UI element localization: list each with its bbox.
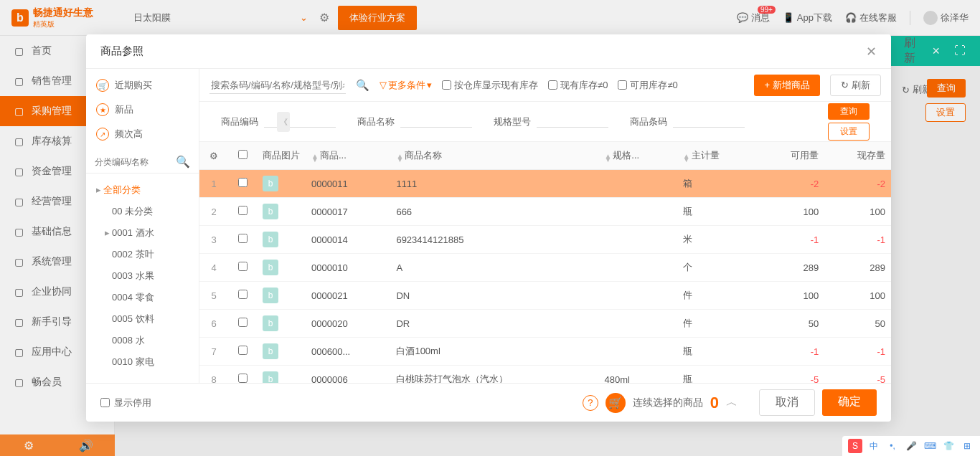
checkbox-input[interactable] <box>442 80 451 90</box>
avail-column-header[interactable]: 可用量 <box>758 142 824 170</box>
ime-skin-icon[interactable]: 👕 <box>941 439 956 453</box>
confirm-button[interactable]: 确定 <box>822 389 877 416</box>
stock-nonzero-checkbox[interactable]: 现有库存≠0 <box>548 79 608 92</box>
help-icon[interactable]: ? <box>583 395 598 411</box>
search-icon[interactable]: 🔍 <box>176 155 190 168</box>
table-row[interactable]: 2b0000017666瓶100100 <box>199 198 891 226</box>
select-all-checkbox[interactable] <box>238 150 248 159</box>
filter-name-input[interactable] <box>400 116 472 128</box>
tree-item[interactable]: 00 未分类 <box>86 201 199 222</box>
row-index: 6 <box>199 310 228 338</box>
row-checkbox-cell <box>228 366 257 384</box>
by-warehouse-checkbox[interactable]: 按仓库显示现有库存 <box>442 79 538 92</box>
checkbox-input[interactable] <box>548 80 557 90</box>
setting-button[interactable]: 设置 <box>828 123 870 141</box>
filter-barcode-label: 商品条码 <box>630 115 667 128</box>
product-image-icon: b <box>263 260 278 275</box>
ime-mic-icon[interactable]: 🎤 <box>904 439 918 453</box>
code-column-header[interactable]: ▲▼商品... <box>306 142 390 170</box>
category-tree: ▸全部分类00 未分类▸0001 酒水0002 茶叶0003 水果0004 零食… <box>86 174 199 383</box>
row-checkbox[interactable] <box>238 178 248 187</box>
new-product-filter[interactable]: ★ 新品 <box>86 98 199 122</box>
tree-item[interactable]: ▸0001 酒水 <box>86 222 199 244</box>
row-unit: 瓶 <box>677 198 758 226</box>
tree-item[interactable]: ▸全部分类 <box>86 179 199 201</box>
gear-column-header[interactable]: ⚙ <box>199 142 228 170</box>
ime-punct-icon[interactable]: •, <box>885 439 900 453</box>
chevron-up-icon[interactable]: ︿ <box>726 395 738 410</box>
row-name: 白酒100ml <box>390 338 598 366</box>
product-image-icon: b <box>263 288 278 303</box>
ime-keyboard-icon[interactable]: ⌨ <box>923 439 937 453</box>
tree-item[interactable]: 0004 零食 <box>86 287 199 308</box>
checkbox-input[interactable] <box>618 80 627 90</box>
cancel-button[interactable]: 取消 <box>759 389 815 416</box>
product-table-wrap[interactable]: ⚙ 商品图片 ▲▼商品... ▲▼商品名称 ▲▼规格... ▲▼主计量 可用量 … <box>199 142 891 383</box>
row-avail: 50 <box>758 310 824 338</box>
tree-item-label: 全部分类 <box>103 184 141 195</box>
collapse-panel-icon[interactable]: 《 <box>277 112 290 132</box>
recent-purchase-filter[interactable]: 🛒 近期购买 <box>86 73 199 98</box>
image-column-header[interactable]: 商品图片 <box>257 142 306 170</box>
avail-nonzero-checkbox[interactable]: 可用库存≠0 <box>618 79 677 92</box>
cart-icon[interactable]: 🛒 <box>606 393 626 413</box>
table-row[interactable]: 6b0000020DR件5050 <box>199 310 891 338</box>
product-search-input[interactable] <box>209 77 346 94</box>
tree-item[interactable]: 0010 家电 <box>86 351 199 373</box>
row-stock: -5 <box>824 366 891 384</box>
filter-spec-input[interactable] <box>537 116 608 128</box>
table-row[interactable]: 3b00000146923414121885米-1-1 <box>199 226 891 254</box>
product-image-icon: b <box>263 204 278 219</box>
row-checkbox[interactable] <box>238 290 248 299</box>
row-checkbox[interactable] <box>238 206 248 215</box>
unit-column-header[interactable]: ▲▼主计量 <box>677 142 758 170</box>
close-icon[interactable]: ✕ <box>866 44 877 60</box>
filter-barcode-input[interactable] <box>673 116 745 128</box>
ime-icon[interactable]: S <box>848 439 862 453</box>
show-disabled-checkbox[interactable]: 显示停用 <box>100 396 151 409</box>
tree-item[interactable]: 0003 水果 <box>86 265 199 287</box>
tree-item-label: 0004 零食 <box>112 292 154 303</box>
table-row[interactable]: 1b00000111111箱-2-2 <box>199 170 891 198</box>
stock-column-header[interactable]: 现存量 <box>824 142 891 170</box>
tree-item[interactable]: 0002 茶叶 <box>86 244 199 265</box>
table-row[interactable]: 4b0000010A个289289 <box>199 254 891 282</box>
show-disabled-label: 显示停用 <box>114 396 151 409</box>
row-checkbox[interactable] <box>238 346 248 355</box>
table-row[interactable]: 8b0000006白桃味苏打气泡水（汽水）480ml瓶-5-5 <box>199 366 891 384</box>
avail-nz-label: 可用库存≠0 <box>630 79 677 92</box>
add-product-button[interactable]: + 新增商品 <box>754 75 820 96</box>
row-checkbox-cell <box>228 254 257 282</box>
spec-column-header[interactable]: ▲▼规格... <box>598 142 677 170</box>
filter-code-input[interactable] <box>264 116 336 128</box>
query-button[interactable]: 查询 <box>828 103 870 120</box>
caret-icon: ▸ <box>96 184 103 195</box>
search-icon[interactable]: 🔍 <box>356 79 369 92</box>
row-checkbox[interactable] <box>238 318 248 327</box>
table-row[interactable]: 7b000600...白酒100ml瓶-1-1 <box>199 338 891 366</box>
table-row[interactable]: 5b0000021DN件100100 <box>199 282 891 310</box>
row-image-cell: b <box>257 198 306 226</box>
category-search: 🔍 <box>86 151 199 174</box>
row-index: 8 <box>199 366 228 384</box>
right-panel: 🔍 ▽ 更多条件 ▾ 按仓库显示现有库存 现有库存≠0 可用库存≠0 <box>199 69 891 383</box>
tree-item[interactable]: 0005 饮料 <box>86 308 199 330</box>
row-name: DN <box>390 282 598 310</box>
category-search-input[interactable] <box>95 157 176 167</box>
row-image-cell: b <box>257 310 306 338</box>
refresh-label: 刷新 <box>852 79 870 92</box>
product-reference-modal: 商品参照 ✕ 🛒 近期购买 ★ 新品 ↗ 频次高 🔍 <box>86 34 891 422</box>
row-name: DR <box>390 310 598 338</box>
ime-toolbox-icon[interactable]: ⊞ <box>960 439 974 453</box>
row-checkbox[interactable] <box>238 234 248 243</box>
name-column-header[interactable]: ▲▼商品名称 <box>390 142 598 170</box>
tree-item[interactable]: 0008 水 <box>86 330 199 351</box>
row-spec <box>598 338 677 366</box>
ime-lang-icon[interactable]: 中 <box>867 439 881 453</box>
row-checkbox[interactable] <box>238 374 248 383</box>
more-conditions-button[interactable]: ▽ 更多条件 ▾ <box>380 79 432 92</box>
refresh-button[interactable]: ↻ 刷新 <box>830 75 881 96</box>
checkbox-input[interactable] <box>100 398 110 407</box>
row-checkbox[interactable] <box>238 262 248 271</box>
frequent-filter[interactable]: ↗ 频次高 <box>86 122 199 146</box>
